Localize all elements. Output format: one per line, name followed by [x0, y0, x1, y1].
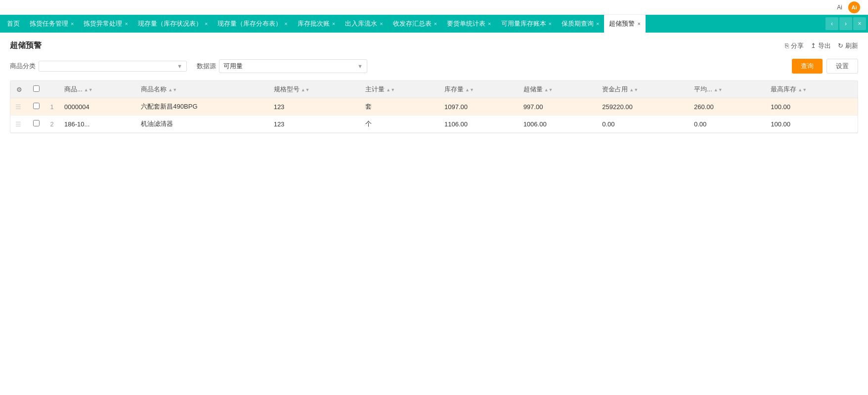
share-button[interactable]: ⎘ 分享 [785, 41, 804, 50]
query-button[interactable]: 查询 [792, 59, 823, 74]
table-header-row: ⚙ 商品...▲▼ 商品名称▲▼ 规格型号▲▼ [10, 81, 858, 98]
nav-close-all-button[interactable]: × [853, 17, 866, 30]
nav-item-task-mgmt[interactable]: 拣货任务管理× [25, 15, 79, 33]
product-name-cell: 六配套新昌490BPG [136, 98, 268, 116]
nav-close-inventory-dist[interactable]: × [284, 21, 287, 27]
col-overstock[interactable]: 超储量▲▼ [519, 81, 598, 98]
sort-icon-capital: ▲▼ [629, 87, 638, 92]
nav-item-home[interactable]: 首页 [2, 15, 25, 33]
settings-button[interactable]: 设置 [826, 59, 858, 74]
refresh-button[interactable]: ↻ 刷新 [838, 41, 858, 50]
overstock-cell: 997.00 [519, 98, 598, 116]
row-checkbox[interactable] [33, 103, 40, 109]
nav-close-abnormal[interactable]: × [125, 21, 128, 27]
nav-close-quality-check[interactable]: × [596, 21, 599, 27]
category-select[interactable]: ▼ [39, 61, 187, 72]
col-max-stock[interactable]: 最高库存▲▼ [766, 81, 858, 98]
select-all-checkbox[interactable] [33, 85, 40, 92]
checkbox-cell-row[interactable] [28, 116, 44, 133]
top-strip: Ai Ai [0, 0, 868, 15]
nav-item-batch-account[interactable]: 库存批次账× [293, 15, 340, 33]
nav-close-task-mgmt[interactable]: × [71, 21, 74, 27]
product-name-cell: 机油滤清器 [136, 116, 268, 133]
gear-icon[interactable]: ⚙ [16, 86, 22, 93]
col-rownum [44, 81, 59, 98]
col-product-code[interactable]: 商品...▲▼ [59, 81, 136, 98]
refresh-label: 刷新 [845, 41, 858, 50]
refresh-icon: ↻ [838, 42, 843, 49]
nav-close-inventory-status[interactable]: × [205, 21, 208, 27]
col-avg[interactable]: 平均...▲▼ [689, 81, 766, 98]
nav-item-inventory-status[interactable]: 现存量（库存状况表）× [133, 15, 213, 33]
gear-cell[interactable]: ☰ [10, 98, 28, 116]
header-actions: ⎘ 分享 ↥ 导出 ↻ 刷新 [785, 41, 858, 50]
export-icon: ↥ [811, 42, 816, 49]
nav-prev-button[interactable]: ‹ [825, 17, 838, 30]
nav-item-collect-summary[interactable]: 收发存汇总表× [388, 15, 442, 33]
nav-item-label-abnormal: 拣货异常处理 [84, 19, 122, 28]
sort-icon-product-name: ▲▼ [168, 87, 177, 92]
col-spec[interactable]: 规格型号▲▼ [269, 81, 361, 98]
row-gear-icon[interactable]: ☰ [15, 103, 21, 111]
gear-cell[interactable]: ☰ [10, 116, 28, 133]
nav-item-label-task-mgmt: 拣货任务管理 [30, 19, 68, 28]
max-stock-cell: 100.00 [766, 116, 858, 133]
nav-close-batch-account[interactable]: × [332, 21, 335, 27]
col-gear: ⚙ [10, 81, 28, 98]
nav-item-label-overstock: 超储预警 [609, 19, 635, 28]
stock-cell: 1097.00 [439, 98, 519, 116]
nav-item-label-collect-summary: 收发存汇总表 [393, 19, 432, 28]
stock-cell: 1106.00 [439, 116, 519, 133]
product-code-cell: 0000004 [59, 98, 136, 116]
datasource-select[interactable]: 可用量 ▼ [219, 59, 367, 73]
nav-next-button[interactable]: › [839, 17, 852, 30]
product-code-cell: 186-10... [59, 116, 136, 133]
nav-item-inventory-dist[interactable]: 现存量（库存分布表）× [213, 15, 292, 33]
rownum-cell: 1 [44, 98, 59, 116]
col-capital[interactable]: 资金占用▲▼ [597, 81, 689, 98]
page-container: 超储预警 ⎘ 分享 ↥ 导出 ↻ 刷新 商品分类 ▼ 数据源 [0, 33, 868, 395]
data-table: ⚙ 商品...▲▼ 商品名称▲▼ 规格型号▲▼ [10, 81, 858, 133]
datasource-filter-group: 数据源 可用量 ▼ [197, 59, 367, 73]
col-checkbox-all[interactable] [28, 81, 44, 98]
unit-cell: 个 [360, 116, 439, 133]
avg-cell: 260.00 [689, 98, 766, 116]
nav-item-label-quality-check: 保质期查询 [562, 19, 594, 28]
checkbox-cell-row[interactable] [28, 98, 44, 116]
nav-close-overstock[interactable]: × [637, 21, 640, 27]
col-unit[interactable]: 主计量▲▼ [360, 81, 439, 98]
spec-cell: 123 [269, 116, 361, 133]
sort-icon-unit: ▲▼ [386, 87, 395, 92]
datasource-label: 数据源 [197, 62, 216, 71]
col-product-name[interactable]: 商品名称▲▼ [136, 81, 268, 98]
row-checkbox[interactable] [33, 120, 40, 126]
nav-item-label-order-stats: 要货单统计表 [447, 19, 485, 28]
page-title: 超储预警 [10, 40, 42, 51]
nav-close-collect-summary[interactable]: × [434, 21, 437, 27]
nav-item-abnormal[interactable]: 拣货异常处理× [79, 15, 132, 33]
nav-close-in-out-flow[interactable]: × [380, 21, 383, 27]
sort-icon-product-code: ▲▼ [84, 87, 93, 92]
sort-icon-spec: ▲▼ [301, 87, 310, 92]
nav-close-available-account[interactable]: × [549, 21, 552, 27]
nav-item-overstock[interactable]: 超储预警× [604, 15, 645, 33]
nav-close-order-stats[interactable]: × [488, 21, 491, 27]
sort-icon-avg: ▲▼ [714, 87, 723, 92]
rownum-cell: 2 [44, 116, 59, 133]
nav-item-in-out-flow[interactable]: 出入库流水× [340, 15, 388, 33]
category-select-arrow: ▼ [177, 63, 182, 69]
category-label: 商品分类 [10, 62, 36, 71]
filter-row: 商品分类 ▼ 数据源 可用量 ▼ 查询 设置 [10, 59, 858, 74]
nav-item-quality-check[interactable]: 保质期查询× [557, 15, 604, 33]
row-gear-icon[interactable]: ☰ [15, 120, 21, 128]
overstock-cell: 1006.00 [519, 116, 598, 133]
ai-label: Ai [837, 4, 842, 11]
col-stock[interactable]: 库存量▲▼ [439, 81, 519, 98]
nav-item-order-stats[interactable]: 要货单统计表× [442, 15, 496, 33]
capital-cell: 0.00 [597, 116, 689, 133]
export-button[interactable]: ↥ 导出 [811, 41, 831, 50]
nav-item-label-inventory-status: 现存量（库存状况表） [138, 19, 202, 28]
export-label: 导出 [818, 41, 831, 50]
nav-item-available-account[interactable]: 可用量库存账本× [496, 15, 557, 33]
nav-item-label-inventory-dist: 现存量（库存分布表） [217, 19, 282, 28]
